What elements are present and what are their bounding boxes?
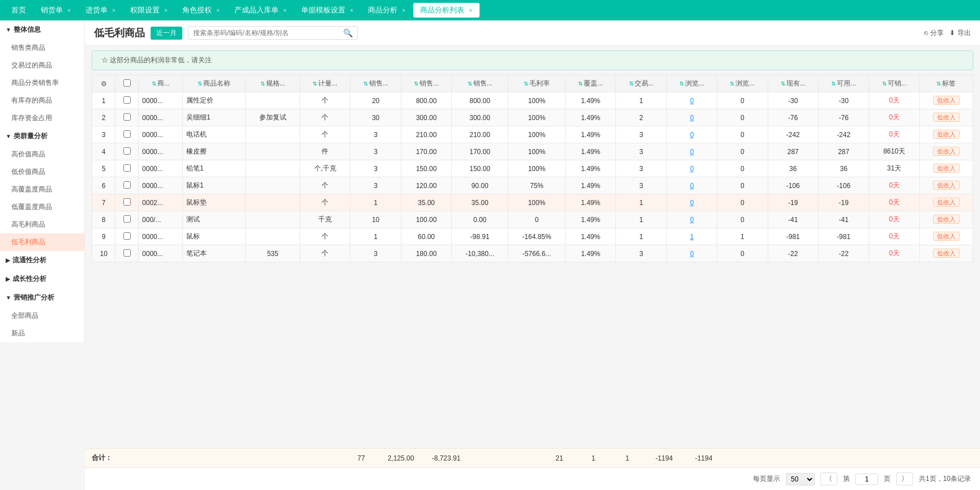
sidebar-item-high-cover[interactable]: 高覆盖度商品 xyxy=(0,181,84,198)
footer-browse1: 1 xyxy=(576,454,610,462)
col-sales3[interactable]: ⇅销售... xyxy=(452,75,508,92)
row-browse1[interactable]: 0 xyxy=(666,143,717,160)
col-sales2[interactable]: ⇅销售... xyxy=(401,75,451,92)
per-page-select[interactable]: 50 100 200 xyxy=(786,473,815,485)
row-browse1[interactable]: 0 xyxy=(666,211,717,228)
per-page-label: 每页显示 xyxy=(753,474,780,484)
nav-item-permission[interactable]: 权限设置 × xyxy=(123,3,174,18)
row-s3: 90.00 xyxy=(452,177,508,194)
col-name[interactable]: ⇅商品名称 xyxy=(183,75,246,92)
sidebar-item-high-margin[interactable]: 高毛利商品 xyxy=(0,216,84,233)
sidebar-item-low-value[interactable]: 低价值商品 xyxy=(0,163,84,181)
row-checkbox[interactable] xyxy=(115,126,139,143)
sidebar-item-traded-goods[interactable]: 交易过的商品 xyxy=(0,57,84,74)
sidebar-group-cluster[interactable]: ▼ 类群量分析 xyxy=(0,127,84,146)
share-button[interactable]: ⎋ 分享 xyxy=(924,28,944,38)
col-gross[interactable]: ⇅毛利率 xyxy=(508,75,566,92)
col-code[interactable]: ⇅商... xyxy=(139,75,183,92)
time-filter-button[interactable]: 近一月 xyxy=(151,27,182,40)
close-icon[interactable]: × xyxy=(67,7,71,14)
row-gross: 100% xyxy=(508,160,566,177)
sidebar-item-category-rate[interactable]: 商品分类销售率 xyxy=(0,74,84,92)
row-browse1[interactable]: 0 xyxy=(666,126,717,143)
row-unit: 千克 xyxy=(300,211,350,228)
close-icon[interactable]: × xyxy=(216,7,220,14)
row-checkbox[interactable] xyxy=(115,143,139,160)
col-avail[interactable]: ⇅可用... xyxy=(818,75,868,92)
col-check[interactable] xyxy=(115,75,139,92)
close-icon[interactable]: × xyxy=(469,7,472,14)
sidebar-item-low-cover[interactable]: 低覆盖度商品 xyxy=(0,198,84,216)
row-checkbox[interactable] xyxy=(115,92,139,109)
select-all-checkbox[interactable] xyxy=(123,79,131,87)
col-tag[interactable]: ⇅标签 xyxy=(919,75,973,92)
col-browse2[interactable]: ⇅浏览... xyxy=(717,75,768,92)
row-name: 鼠标 xyxy=(183,228,246,245)
row-index: 10 xyxy=(92,245,115,262)
col-stock[interactable]: ⇅现有... xyxy=(768,75,818,92)
sidebar-item-new-goods[interactable]: 新品 xyxy=(0,325,84,342)
row-browse2: 0 xyxy=(717,160,768,177)
row-browse1[interactable]: 0 xyxy=(666,245,717,262)
col-saleable[interactable]: ⇅可销... xyxy=(869,75,919,92)
col-cover[interactable]: ⇅覆盖... xyxy=(566,75,616,92)
row-checkbox[interactable] xyxy=(115,177,139,194)
nav-item-analysis[interactable]: 商品分析 × xyxy=(361,3,412,18)
row-browse1[interactable]: 0 xyxy=(666,177,717,194)
row-checkbox[interactable] xyxy=(115,211,139,228)
row-code: 0000... xyxy=(139,228,183,245)
nav-item-home[interactable]: 首页 xyxy=(5,3,33,18)
next-page-button[interactable]: 〉 xyxy=(896,472,913,485)
row-browse1[interactable]: 0 xyxy=(666,194,717,211)
sidebar-item-high-value[interactable]: 高价值商品 xyxy=(0,146,84,163)
nav-item-product[interactable]: 产成品入库单 × xyxy=(228,3,293,18)
sidebar-group-marketing[interactable]: ▼ 营销推广分析 xyxy=(0,288,84,307)
prev-page-button[interactable]: 〈 xyxy=(820,472,837,485)
row-checkbox[interactable] xyxy=(115,160,139,177)
export-button[interactable]: ⬇ 导出 xyxy=(949,28,971,38)
close-icon[interactable]: × xyxy=(402,7,405,14)
sidebar-group-flow[interactable]: ▶ 流通性分析 xyxy=(0,251,84,270)
nav-item-analysis-list[interactable]: 商品分析列表 × xyxy=(413,3,479,18)
col-trade[interactable]: ⇅交易... xyxy=(616,75,666,92)
row-checkbox[interactable] xyxy=(115,194,139,211)
col-unit[interactable]: ⇅计量... xyxy=(300,75,350,92)
row-checkbox[interactable] xyxy=(115,245,139,262)
row-avail: 36 xyxy=(818,160,868,177)
row-browse1[interactable]: 0 xyxy=(666,92,717,109)
sidebar-item-sales-goods[interactable]: 销售类商品 xyxy=(0,39,84,57)
row-s1: 20 xyxy=(350,92,401,109)
nav-item-role[interactable]: 角色授权 × xyxy=(176,3,226,18)
col-sales1[interactable]: ⇅销售... xyxy=(350,75,401,92)
col-spec[interactable]: ⇅规格... xyxy=(246,75,300,92)
nav-item-template[interactable]: 单据模板设置 × xyxy=(294,3,360,18)
nav-item-sales[interactable]: 销货单 × xyxy=(34,3,78,18)
row-browse1[interactable]: 1 xyxy=(666,228,717,245)
sidebar-item-capital[interactable]: 库存资金占用 xyxy=(0,109,84,127)
row-browse1[interactable]: 0 xyxy=(666,160,717,177)
row-spec xyxy=(246,143,300,160)
close-icon[interactable]: × xyxy=(350,7,353,14)
row-unit: 个,千克 xyxy=(300,160,350,177)
sidebar-item-all-goods[interactable]: 全部商品 xyxy=(0,307,84,325)
row-checkbox[interactable] xyxy=(115,109,139,126)
search-icon[interactable]: 🔍 xyxy=(343,28,353,37)
row-browse1[interactable]: 0 xyxy=(666,109,717,126)
search-input[interactable] xyxy=(193,29,343,37)
sidebar-item-low-margin[interactable]: 低毛利商品 xyxy=(0,233,84,251)
close-icon[interactable]: × xyxy=(164,7,168,14)
sidebar-item-in-stock[interactable]: 有库存的商品 xyxy=(0,92,84,109)
col-settings[interactable]: ⚙ xyxy=(92,75,115,92)
nav-item-purchase[interactable]: 进货单 × xyxy=(79,3,122,18)
page-input[interactable] xyxy=(855,474,878,485)
row-checkbox[interactable] xyxy=(115,228,139,245)
table-row: 5 0000... 铅笔1 个,千克 3 150.00 150.00 100% … xyxy=(92,160,973,177)
col-browse1[interactable]: ⇅浏览... xyxy=(666,75,717,92)
row-unit: 个 xyxy=(300,92,350,109)
close-icon[interactable]: × xyxy=(283,7,286,14)
sidebar-group-growth[interactable]: ▶ 成长性分析 xyxy=(0,270,84,288)
sidebar-group-general[interactable]: ▼ 整体信息 xyxy=(0,20,84,39)
row-cover: 1.49% xyxy=(566,160,616,177)
close-icon[interactable]: × xyxy=(112,7,115,14)
share-icon: ⎋ xyxy=(924,29,928,37)
